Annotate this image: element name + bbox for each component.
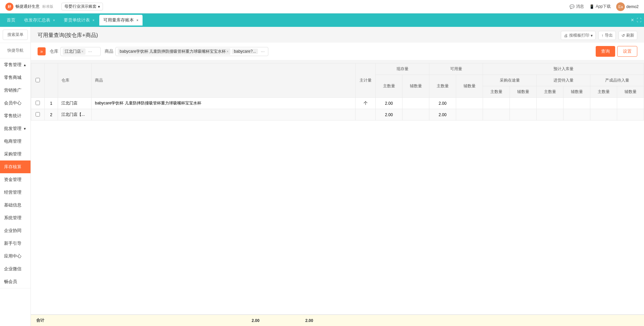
th-available-aux: 辅数量: [456, 75, 483, 98]
row-checkbox-0[interactable]: [31, 98, 45, 109]
table-row[interactable]: 2 江北门店【... 2.00 2.00: [31, 109, 644, 121]
tab-order-stats-close[interactable]: ×: [93, 18, 95, 22]
sidebar-item-marketing[interactable]: 营销推广: [0, 84, 31, 97]
store-selector[interactable]: 母婴行业演示账套 ▾: [61, 3, 103, 10]
app-download-label: App下载: [596, 4, 611, 9]
tab-receivable[interactable]: 收发存汇总表 ×: [20, 15, 59, 26]
tab-receivable-close[interactable]: ×: [53, 18, 55, 22]
sidebar-item-enterprise-wechat[interactable]: 企业微信: [0, 263, 31, 275]
sidebar-item-member-center[interactable]: 会员中心: [0, 97, 31, 109]
warehouse-filter-more[interactable]: ···: [87, 49, 94, 54]
nav-tabs: 首页 收发存汇总表 × 要货单统计表 × 可用量库存账本 × × ⛶: [0, 13, 644, 27]
sidebar-item-basic-info[interactable]: 基础信息: [0, 199, 31, 212]
row-no-0: 1: [45, 98, 58, 109]
sidebar-retail-stats-label: 零售统计: [4, 113, 26, 119]
sidebar-wholesale-mgmt-arrow: ▼: [23, 127, 26, 131]
sidebar-quicknav-section: 快捷导航: [0, 43, 31, 58]
footer-available-main: 2.00: [296, 318, 323, 323]
filter-actions: 查询 设置: [596, 46, 637, 57]
row-warehouse-0: 江北门店: [58, 98, 92, 109]
nav-close-all-btn[interactable]: ×: [631, 17, 634, 23]
sidebar-finance-label: 资金管理: [4, 177, 26, 183]
select-all-checkbox[interactable]: [36, 78, 40, 82]
store-dropdown-icon: ▾: [98, 4, 100, 9]
search-menu-button[interactable]: 搜索菜单: [3, 30, 28, 40]
th-unit-label: 主计量: [360, 78, 372, 83]
th-checkbox[interactable]: [31, 63, 45, 98]
row-available-aux-1: [456, 109, 483, 121]
sidebar-item-operations[interactable]: 经营管理: [0, 186, 31, 199]
sidebar-item-ecommerce[interactable]: 电商管理: [0, 135, 31, 148]
sidebar-new-guide-label: 新手引导: [4, 240, 26, 246]
warehouse-tag-remove[interactable]: ×: [82, 50, 84, 53]
sidebar-item-finance[interactable]: 资金管理: [0, 173, 31, 186]
nav-expand-btn[interactable]: ⛶: [637, 17, 641, 23]
tab-available-stock[interactable]: 可用量库存账本 ×: [99, 15, 143, 26]
sidebar-item-inventory[interactable]: 库存核算: [0, 160, 31, 173]
page-header: 可用量查询(按仓库+商品) 🖨 按模板打印 ▾ ↑ 导出 ↺ 刷新: [31, 27, 644, 43]
row-unit-0: 个: [356, 98, 376, 109]
sidebar-inventory-label: 库存核算: [4, 164, 26, 170]
user-action[interactable]: Ea demo2: [616, 2, 639, 11]
page-title: 可用量查询(按仓库+商品): [38, 32, 98, 39]
table-row[interactable]: 1 江北门店 babycare学饮杯 儿童防摔防撞吸管杯重力球吸嘴杯宝宝水杯 个…: [31, 98, 644, 109]
row-unit-1: [356, 109, 376, 121]
tab-order-stats[interactable]: 要货单统计表 ×: [60, 15, 99, 26]
product-filter-more[interactable]: ···: [259, 49, 266, 54]
message-action[interactable]: 💬 消息: [570, 4, 584, 9]
th-available-main: 主数量: [429, 75, 456, 98]
sidebar-retail-mgmt-arrow: ▲: [23, 63, 26, 67]
warehouse-filter-tags[interactable]: 江北门店 × ···: [60, 47, 101, 56]
export-button[interactable]: ↑ 导出: [598, 31, 616, 40]
app-download-action[interactable]: 📱 App下载: [589, 4, 611, 9]
product-filter-tags[interactable]: babycare学饮杯 儿童防摔防撞吸管杯重力球吸嘴杯宝宝水杯 × babyca…: [115, 47, 268, 56]
row-checkbox-1[interactable]: [31, 109, 45, 121]
message-icon: 💬: [570, 4, 575, 9]
th-purchase-main: 主数量: [483, 86, 510, 98]
tab-available-stock-close[interactable]: ×: [137, 18, 139, 22]
sidebar-item-new-guide[interactable]: 新手引导: [0, 237, 31, 250]
product-tag-1-value: babycare学饮杯 儿童防摔防撞吸管杯重力球吸嘴杯宝宝水杯: [120, 49, 226, 54]
print-label: 按模板打印: [569, 33, 589, 38]
th-product-incoming-group: 产成品待入量: [590, 75, 644, 86]
sidebar-app-center-label: 应用中心: [4, 253, 26, 259]
refresh-button[interactable]: ↺ 刷新: [619, 31, 637, 40]
th-product-label: 商品: [95, 78, 103, 83]
row-available-main-0: 2.00: [429, 98, 456, 109]
sidebar-item-retail-stats[interactable]: 零售统计: [0, 109, 31, 122]
sidebar-item-wholesale-mgmt[interactable]: 批发管理 ▼: [0, 122, 31, 135]
footer-label: 合计: [31, 318, 242, 323]
th-available-group-label: 可用量: [450, 66, 462, 71]
quick-nav-link[interactable]: 快捷导航: [3, 46, 28, 55]
table-footer: 合计 2.00 2.00: [31, 314, 644, 326]
row-stock-aux-0: [402, 98, 429, 109]
warehouse-filter-field: 仓库 江北门店 × ···: [50, 47, 101, 56]
th-incoming-wait-aux: 辅数量: [564, 86, 590, 98]
sidebar-item-app-center[interactable]: 应用中心: [0, 250, 31, 263]
th-stock-group: 现存量: [376, 63, 429, 75]
product-tag-1-remove[interactable]: ×: [227, 50, 229, 53]
table-body: 1 江北门店 babycare学饮杯 儿童防摔防撞吸管杯重力球吸嘴杯宝宝水杯 个…: [31, 98, 644, 121]
sidebar-item-system-mgmt[interactable]: 系统管理: [0, 212, 31, 224]
filter-expand-button[interactable]: »: [38, 47, 46, 55]
print-button[interactable]: 🖨 按模板打印 ▾: [561, 31, 596, 40]
sidebar-item-retail-mgmt[interactable]: 零售管理 ▲: [0, 58, 31, 71]
sidebar-wholesale-mgmt-label: 批发管理: [4, 126, 23, 132]
data-table: 仓库 商品 主计量 现存量 可用量: [31, 63, 644, 121]
logo-area: 好 畅捷通好生意: [5, 3, 40, 11]
logo-icon: 好: [5, 3, 13, 11]
sidebar-item-retail-mall[interactable]: 零售商城: [0, 71, 31, 84]
sidebar-item-member[interactable]: 畅会员: [0, 275, 31, 288]
th-unit: 主计量: [356, 63, 376, 98]
th-product-incoming-main: 主数量: [590, 86, 617, 98]
sidebar-item-enterprise[interactable]: 企业协同: [0, 224, 31, 237]
row-stock-main-1: 2.00: [376, 109, 402, 121]
export-label: 导出: [605, 33, 613, 38]
tab-home[interactable]: 首页: [3, 15, 19, 26]
query-button[interactable]: 查询: [596, 46, 615, 57]
warehouse-tag-value: 江北门店: [65, 49, 81, 54]
filter-row: » 仓库 江北门店 × ··· 商品 babycare学饮杯 儿童防摔防撞吸管杯…: [31, 43, 644, 60]
sidebar-item-purchase[interactable]: 采购管理: [0, 148, 31, 160]
th-purchase-group-label: 采购在途量: [500, 78, 520, 83]
settings-button[interactable]: 设置: [617, 46, 637, 57]
